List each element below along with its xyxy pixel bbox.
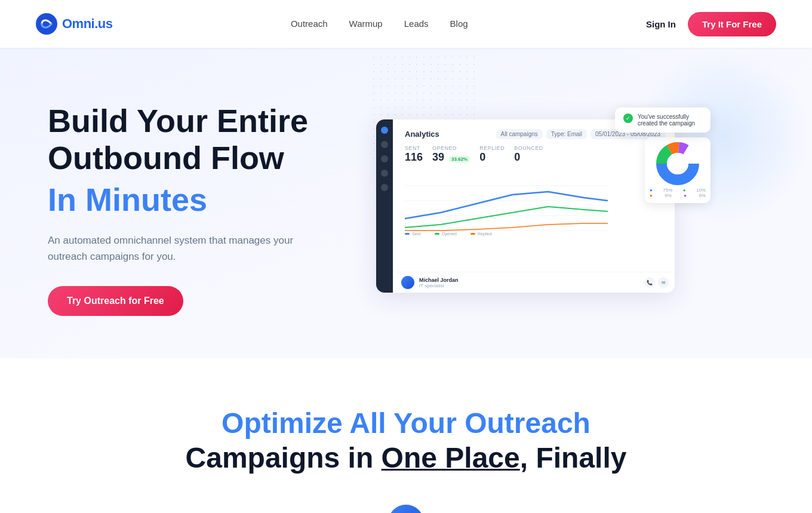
section2-icon-circle — [388, 505, 424, 513]
chart-svg: Sent Opened Replied — [405, 171, 608, 236]
nav-links: Outreach Warmup Leads Blog — [291, 19, 468, 29]
svg-text:Replied: Replied — [478, 232, 492, 236]
message-icon: ✉ — [658, 277, 669, 288]
nav-leads[interactable]: Leads — [404, 19, 429, 29]
pie-chart-card: ●75% ●10% ●9% ●6% — [645, 137, 710, 203]
try-it-free-button[interactable]: Try It For Free — [688, 12, 776, 36]
dashboard-mockup: ✓ You've successfully created the campai… — [364, 107, 710, 311]
stat-replied: Replied 0 — [479, 145, 505, 164]
sidebar-dot-2 — [381, 141, 388, 148]
logo-link[interactable]: Omni.us — [36, 13, 113, 35]
hero-left: Build Your Entire Outbound Flow In Minut… — [48, 102, 310, 317]
hero-section: Build Your Entire Outbound Flow In Minut… — [0, 48, 812, 358]
svg-text:Sent: Sent — [412, 232, 420, 236]
toast-check-icon: ✓ — [623, 113, 633, 123]
user-avatar — [401, 276, 414, 289]
sidebar-dot-3 — [381, 155, 388, 162]
user-card: Michael Jordan IT specialist 📞 ✉ — [395, 272, 675, 293]
stat-bounced: Bounced 0 — [514, 145, 543, 164]
navbar: Omni.us Outreach Warmup Leads Blog Sign … — [0, 0, 812, 48]
dashboard-title: Analytics — [405, 130, 439, 139]
stat-sent: Sent 116 — [405, 145, 423, 164]
filter-campaigns: All campaigns — [496, 129, 543, 139]
svg-rect-5 — [405, 233, 410, 235]
stat-opened: Opened 39 33.62% — [432, 145, 470, 164]
dashboard-chart: Sent Opened Replied — [405, 171, 665, 236]
dashboard-card: Analytics All campaigns Type: Email 05/0… — [376, 119, 675, 293]
hero-title-blue: In Minutes — [48, 181, 310, 218]
sign-in-button[interactable]: Sign In — [646, 19, 676, 29]
pie-legend: ●75% ●10% ●9% ●6% — [650, 188, 706, 198]
nav-warmup[interactable]: Warmup — [349, 19, 383, 29]
svg-text:Opened: Opened — [442, 232, 457, 236]
dashboard-stats: Sent 116 Opened 39 33.62% — [405, 145, 665, 164]
sidebar-dot-4 — [381, 170, 388, 177]
hero-title: Build Your Entire Outbound Flow — [48, 102, 310, 176]
sidebar-dot-1 — [381, 127, 388, 134]
hero-subtitle: An automated omnichannel system that man… — [48, 232, 310, 265]
hero-right: ✓ You've successfully created the campai… — [310, 107, 764, 311]
user-actions: 📞 ✉ — [644, 277, 669, 288]
svg-point-0 — [36, 13, 57, 35]
logo-icon — [36, 13, 57, 35]
sidebar-dot-5 — [381, 184, 388, 191]
section2-title: Optimize All Your Outreach Campaigns in … — [48, 406, 764, 475]
nav-blog[interactable]: Blog — [450, 19, 468, 29]
success-toast: ✓ You've successfully created the campai… — [615, 107, 710, 133]
section2-title-dark: Campaigns in One Place, Finally — [48, 441, 764, 475]
section2: Optimize All Your Outreach Campaigns in … — [0, 358, 812, 513]
logo-text: Omni.us — [62, 16, 113, 32]
svg-rect-9 — [470, 233, 475, 235]
filter-type: Type: Email — [546, 129, 587, 139]
section2-icon-row — [48, 505, 764, 513]
pie-chart-svg — [654, 142, 702, 185]
svg-rect-7 — [435, 233, 439, 235]
dashboard-sidebar — [376, 119, 393, 293]
call-icon: 📞 — [644, 277, 655, 288]
nav-outreach[interactable]: Outreach — [291, 19, 328, 29]
hero-cta-button[interactable]: Try Outreach for Free — [48, 286, 183, 316]
nav-right: Sign In Try It For Free — [646, 12, 776, 36]
user-info: Michael Jordan IT specialist — [419, 277, 459, 288]
svg-point-15 — [667, 153, 688, 174]
toast-text: You've successfully created the campaign — [638, 113, 702, 127]
